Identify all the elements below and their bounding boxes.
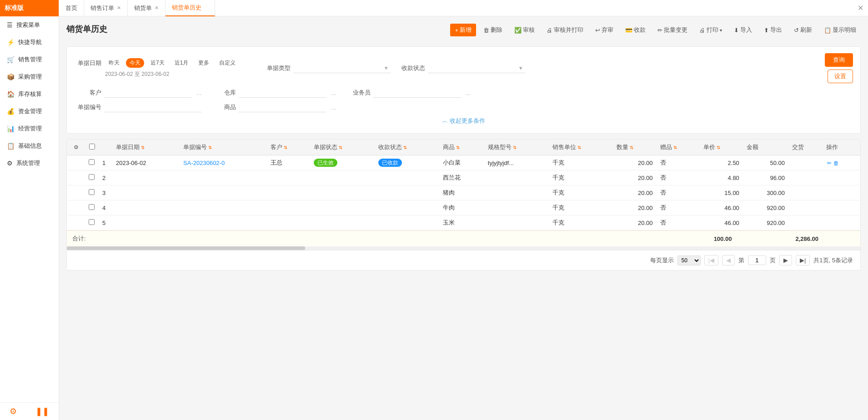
filter-row-1: 单据日期 昨天 今天 近7天 近1月 更多 自定义 2023-06-02 至 2…: [74, 53, 853, 83]
th-goods[interactable]: 商品 ⇅: [439, 140, 484, 155]
purchase-icon: 📦: [7, 73, 15, 80]
customer-input[interactable]: [104, 88, 192, 98]
action-btn[interactable]: ✏: [827, 160, 832, 166]
filter-panel: 单据日期 昨天 今天 近7天 近1月 更多 自定义 2023-06-02 至 2…: [66, 46, 861, 134]
table-header-row: ⚙ 单据日期 ⇅ 单据编号 ⇅: [67, 140, 860, 155]
filter-collect-status: 收款状态 ▾: [398, 63, 525, 73]
goods-dots[interactable]: ...: [331, 104, 336, 111]
cell-goods: 玉米: [439, 215, 484, 230]
shortcut-1month[interactable]: 近1月: [171, 58, 192, 68]
th-collect-status[interactable]: 收款状态 ⇅: [375, 140, 439, 155]
th-customer[interactable]: 客户 ⇅: [267, 140, 310, 155]
row-checkbox[interactable]: [89, 189, 95, 195]
page-prev-btn[interactable]: ◀: [722, 255, 735, 265]
cell-doc-date: [112, 170, 180, 185]
select-all-checkbox[interactable]: [89, 144, 95, 150]
th-spec-type[interactable]: 规格型号 ⇅: [484, 140, 549, 155]
tab-sales-history-close[interactable]: ✕: [204, 5, 208, 10]
tab-sales-goods-close[interactable]: ✕: [155, 5, 159, 11]
sidebar-collapse-btn[interactable]: ❚❚: [35, 406, 49, 416]
tab-home[interactable]: 首页: [59, 0, 84, 16]
sidebar-settings-btn[interactable]: ⚙: [10, 406, 17, 416]
refresh-button[interactable]: ↺ 刷新: [789, 24, 817, 36]
page-first-btn[interactable]: |◀: [704, 255, 718, 265]
sidebar-item-label: 采购管理: [18, 73, 42, 81]
query-button[interactable]: 查询: [825, 53, 853, 67]
row-checkbox[interactable]: [89, 159, 95, 165]
cell-checkbox[interactable]: [85, 185, 99, 200]
cell-checkbox[interactable]: [85, 215, 99, 230]
abandon-button[interactable]: ↩ 弃审: [591, 24, 618, 36]
row-checkbox[interactable]: [89, 174, 95, 180]
sidebar-item-purchase-mgmt[interactable]: 📦 采购管理: [0, 68, 59, 85]
show-detail-button[interactable]: 📋 显示明细: [819, 24, 861, 36]
tab-sales-order[interactable]: 销售订单 ✕: [84, 0, 128, 16]
sidebar-item-quick-nav[interactable]: ⚡ 快捷导航: [0, 34, 59, 51]
page-size-select[interactable]: 50 100 200: [677, 255, 701, 265]
export-button[interactable]: ⬆ 导出: [759, 24, 787, 36]
staff-dots[interactable]: ...: [466, 90, 471, 96]
collapse-btn[interactable]: ︿ 收起更多条件: [442, 117, 485, 125]
action-btn[interactable]: 🗑: [833, 160, 839, 166]
tab-sales-goods[interactable]: 销货单 ✕: [128, 0, 166, 16]
batch-change-button[interactable]: ✏ 批量变更: [653, 24, 692, 36]
cell-collect-status: 已收款: [375, 155, 439, 170]
sidebar-item-ops-mgmt[interactable]: 📊 经营管理: [0, 120, 59, 137]
th-gift[interactable]: 赠品 ⇅: [657, 140, 700, 155]
shortcut-yesterday[interactable]: 昨天: [105, 58, 123, 68]
shortcut-today[interactable]: 今天: [126, 58, 144, 68]
customer-dots[interactable]: ...: [196, 90, 201, 96]
page-last-btn[interactable]: ▶|: [796, 255, 810, 265]
shortcut-more[interactable]: 更多: [195, 58, 213, 68]
th-settings[interactable]: ⚙: [67, 140, 85, 155]
th-doc-no[interactable]: 单据编号 ⇅: [180, 140, 267, 155]
add-button[interactable]: + 新增: [450, 24, 476, 36]
tab-sales-history[interactable]: 销货单历史 ✕: [166, 0, 215, 16]
audit-print-button[interactable]: 🖨 审核并打印: [542, 24, 588, 36]
sort-price-icon: ⇅: [717, 145, 720, 150]
th-checkbox[interactable]: [85, 140, 99, 155]
th-doc-status[interactable]: 单据状态 ⇅: [310, 140, 375, 155]
page-number-input[interactable]: [748, 255, 766, 265]
audit-button[interactable]: ✅ 审核: [510, 24, 539, 36]
th-qty[interactable]: 数量 ⇅: [613, 140, 656, 155]
import-button[interactable]: ⬇ 导入: [729, 24, 757, 36]
warehouse-input[interactable]: [239, 88, 326, 98]
sidebar-item-search-menu[interactable]: ☰ 搜索菜单: [0, 16, 59, 34]
row-checkbox[interactable]: [89, 204, 95, 210]
collect-status-select[interactable]: ▾: [428, 63, 525, 73]
sidebar-item-fund-mgmt[interactable]: 💰 资金管理: [0, 103, 59, 120]
cell-checkbox[interactable]: [85, 200, 99, 215]
delete-button[interactable]: 🗑 删除: [479, 24, 507, 36]
staff-input[interactable]: [373, 88, 461, 98]
doc-no-input[interactable]: [104, 102, 201, 112]
show-detail-icon: 📋: [824, 27, 831, 34]
sidebar-item-system[interactable]: ⚙ 系统管理: [0, 155, 59, 172]
cell-gift: 否: [657, 200, 700, 215]
tab-sales-order-close[interactable]: ✕: [117, 5, 121, 11]
th-sale-unit[interactable]: 销售单位 ⇅: [549, 140, 613, 155]
sidebar-item-sales-mgmt[interactable]: 🛒 销售管理: [0, 51, 59, 68]
print-button[interactable]: 🖨 打印 ▾: [695, 24, 727, 36]
collect-status-dropdown-icon: ▾: [519, 65, 522, 71]
collect-button[interactable]: 💳 收款: [621, 24, 650, 36]
sidebar-item-base-info[interactable]: 📋 基础信息: [0, 137, 59, 155]
set-button[interactable]: 设置: [828, 70, 853, 83]
shortcut-custom[interactable]: 自定义: [216, 58, 239, 68]
tab-bar-close-all[interactable]: ✕: [858, 4, 868, 12]
shortcut-7days[interactable]: 近7天: [147, 58, 168, 68]
row-checkbox[interactable]: [89, 219, 95, 225]
page-next-btn[interactable]: ▶: [779, 255, 792, 265]
horizontal-scrollbar[interactable]: [67, 246, 860, 250]
cell-checkbox[interactable]: [85, 170, 99, 185]
sidebar-item-inventory[interactable]: 🏠 库存核算: [0, 85, 59, 103]
th-doc-date[interactable]: 单据日期 ⇅: [112, 140, 180, 155]
sidebar-item-label: 经营管理: [18, 125, 42, 133]
warehouse-dots[interactable]: ...: [331, 90, 336, 96]
doc-type-dropdown-icon: ▾: [385, 65, 388, 71]
goods-input[interactable]: [239, 102, 326, 112]
cell-checkbox[interactable]: [85, 155, 99, 170]
th-unit-price[interactable]: 单价 ⇅: [700, 140, 743, 155]
doc-type-select[interactable]: ▾: [293, 63, 391, 73]
footer-total-qty: 100.00: [714, 235, 732, 242]
